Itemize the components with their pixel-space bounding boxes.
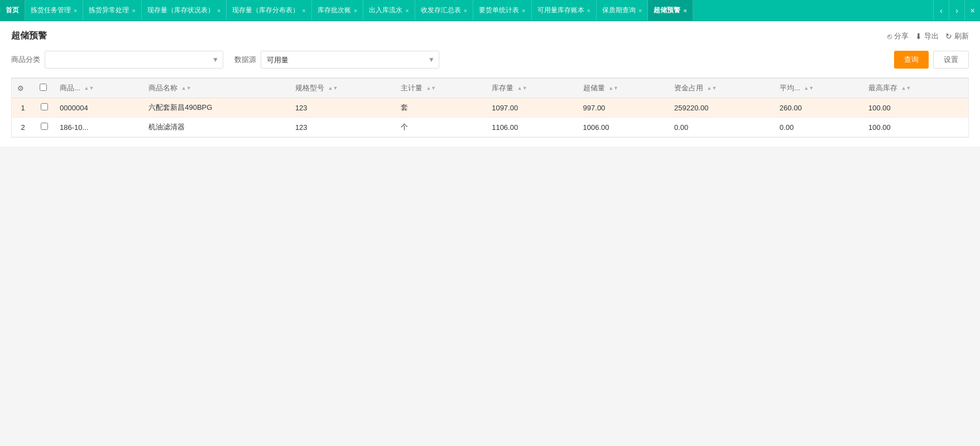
nav-item-batch-account[interactable]: 库存批次账 ×: [312, 0, 363, 21]
col-product-name[interactable]: 商品名称 ▲▼: [143, 79, 290, 98]
row-select-checkbox-1[interactable]: [41, 103, 48, 110]
share-label: 分享: [894, 31, 909, 41]
sort-unit-icon[interactable]: ▲▼: [426, 86, 436, 91]
nav-item-available-stock[interactable]: 可用量库存账本 ×: [532, 0, 597, 21]
export-button[interactable]: ⬇ 导出: [915, 31, 939, 41]
col-stock-qty[interactable]: 库存量 ▲▼: [486, 79, 577, 98]
nav-label-available-stock: 可用量库存账本: [537, 6, 584, 15]
nav-close-shelf-life[interactable]: ×: [638, 7, 642, 14]
settings-button[interactable]: 设置: [933, 51, 969, 69]
page-container: 超储预警 ⎋ 分享 ⬇ 导出 ↻ 刷新 商品分类 ▼: [0, 21, 980, 147]
nav-close-available-stock[interactable]: ×: [587, 7, 590, 14]
row-index-1: 1: [12, 98, 34, 118]
refresh-label: 刷新: [954, 31, 969, 41]
nav-arrow-left[interactable]: ‹: [933, 0, 949, 21]
nav-item-home[interactable]: 首页: [0, 0, 25, 21]
nav-label-stock-status: 现存量（库存状况表）: [147, 6, 214, 15]
nav-arrow-right[interactable]: ›: [949, 0, 964, 21]
sort-max-stock-icon[interactable]: ▲▼: [901, 86, 911, 91]
sort-product-code-icon[interactable]: ▲▼: [84, 86, 94, 91]
row-product-code-2: 186-10...: [54, 118, 143, 137]
datasource-select-wrapper: 可用量 ▼: [261, 51, 439, 69]
table-header-row: ⚙ 商品... ▲▼ 商品名称 ▲▼ 规格型号 ▲▼: [12, 79, 968, 98]
nav-label-pick-task: 拣货任务管理: [31, 6, 71, 15]
row-checkbox-1[interactable]: [34, 98, 54, 118]
nav-label-batch-account: 库存批次账: [318, 6, 351, 15]
nav-close-summary-table[interactable]: ×: [464, 7, 467, 14]
top-navigation: 首页 拣货任务管理 × 拣货异常处理 × 现存量（库存状况表） × 现存量（库存…: [0, 0, 980, 21]
row-stock-qty-1: 1097.00: [486, 98, 577, 118]
sort-avg-icon[interactable]: ▲▼: [804, 86, 814, 91]
filter-actions: 查询 设置: [894, 51, 969, 69]
col-checkbox: [34, 79, 54, 98]
row-stock-qty-2: 1106.00: [486, 118, 577, 137]
row-unit-2: 个: [395, 118, 486, 137]
nav-close-overstock-warning[interactable]: ×: [683, 7, 686, 14]
refresh-icon: ↻: [945, 32, 952, 41]
export-label: 导出: [924, 31, 939, 41]
col-max-stock[interactable]: 最高库存 ▲▼: [863, 79, 968, 98]
row-spec-2: 123: [290, 118, 395, 137]
nav-close-stock-dist[interactable]: ×: [302, 7, 305, 14]
nav-label-pick-exception: 拣货异常处理: [89, 6, 129, 15]
row-index-2: 2: [12, 118, 34, 137]
col-gear[interactable]: ⚙: [12, 79, 34, 98]
nav-item-order-stats[interactable]: 要货单统计表 ×: [473, 0, 531, 21]
query-button[interactable]: 查询: [894, 51, 929, 69]
col-capital-used[interactable]: 资金占用 ▲▼: [669, 79, 774, 98]
nav-label-inout-flow: 出入库流水: [369, 6, 402, 15]
col-unit[interactable]: 主计量 ▲▼: [395, 79, 486, 98]
table-row: 1 0000004 六配套新昌490BPG 123 套 1097.00 997.…: [12, 98, 968, 118]
nav-close-batch-account[interactable]: ×: [354, 7, 357, 14]
page-header: 超储预警 ⎋ 分享 ⬇ 导出 ↻ 刷新: [11, 30, 969, 42]
nav-close-inout-flow[interactable]: ×: [405, 7, 409, 14]
row-checkbox-2[interactable]: [34, 118, 54, 137]
export-icon: ⬇: [915, 32, 922, 41]
sort-overstock-qty-icon[interactable]: ▲▼: [608, 86, 618, 91]
nav-close-order-stats[interactable]: ×: [522, 7, 525, 14]
nav-item-pick-exception[interactable]: 拣货异常处理 ×: [83, 0, 141, 21]
col-spec[interactable]: 规格型号 ▲▼: [290, 79, 395, 98]
nav-arrows: ‹ › ×: [933, 0, 980, 21]
sort-product-name-icon[interactable]: ▲▼: [181, 86, 191, 91]
col-avg[interactable]: 平均... ▲▼: [774, 79, 863, 98]
category-select-wrapper: ▼: [45, 51, 223, 69]
nav-item-summary-table[interactable]: 收发存汇总表 ×: [415, 0, 473, 21]
nav-label-overstock-warning: 超储预警: [654, 6, 680, 15]
nav-item-inout-flow[interactable]: 出入库流水 ×: [363, 0, 415, 21]
select-all-checkbox[interactable]: [40, 84, 47, 91]
row-overstock-qty-1: 997.00: [578, 98, 669, 118]
nav-label-stock-dist: 现存量（库存分布表）: [232, 6, 299, 15]
datasource-select[interactable]: 可用量: [261, 51, 439, 69]
col-product-code[interactable]: 商品... ▲▼: [54, 79, 143, 98]
nav-item-overstock-warning[interactable]: 超储预警 ×: [648, 0, 693, 21]
sort-stock-qty-icon[interactable]: ▲▼: [517, 86, 527, 91]
nav-label-home: 首页: [6, 6, 19, 15]
nav-item-pick-task[interactable]: 拣货任务管理 ×: [25, 0, 83, 21]
row-select-checkbox-2[interactable]: [41, 123, 48, 130]
page-title: 超储预警: [11, 30, 47, 42]
nav-close-pick-exception[interactable]: ×: [132, 7, 135, 14]
row-max-stock-1: 100.00: [863, 98, 968, 118]
nav-item-stock-dist[interactable]: 现存量（库存分布表） ×: [227, 0, 311, 21]
nav-item-stock-status[interactable]: 现存量（库存状况表） ×: [142, 0, 227, 21]
sort-capital-used-icon[interactable]: ▲▼: [707, 86, 717, 91]
nav-close-stock-status[interactable]: ×: [217, 7, 220, 14]
nav-item-shelf-life[interactable]: 保质期查询 ×: [597, 0, 648, 21]
row-capital-used-2: 0.00: [669, 118, 774, 137]
table-container: ⚙ 商品... ▲▼ 商品名称 ▲▼ 规格型号 ▲▼: [11, 77, 969, 138]
sort-spec-icon[interactable]: ▲▼: [328, 86, 338, 91]
table-header: ⚙ 商品... ▲▼ 商品名称 ▲▼ 规格型号 ▲▼: [12, 79, 968, 98]
category-select[interactable]: [45, 51, 223, 69]
settings-gear-icon[interactable]: ⚙: [17, 84, 24, 93]
refresh-button[interactable]: ↻ 刷新: [945, 31, 969, 41]
col-overstock-qty[interactable]: 超储量 ▲▼: [578, 79, 669, 98]
nav-label-shelf-life: 保质期查询: [602, 6, 636, 15]
row-capital-used-1: 259220.00: [669, 98, 774, 118]
nav-close-pick-task[interactable]: ×: [74, 7, 77, 14]
category-label: 商品分类: [11, 55, 40, 65]
row-overstock-qty-2: 1006.00: [578, 118, 669, 137]
nav-arrow-close-all[interactable]: ×: [964, 0, 980, 21]
filter-datasource: 数据源 可用量 ▼: [234, 51, 439, 69]
share-button[interactable]: ⎋ 分享: [887, 31, 909, 41]
